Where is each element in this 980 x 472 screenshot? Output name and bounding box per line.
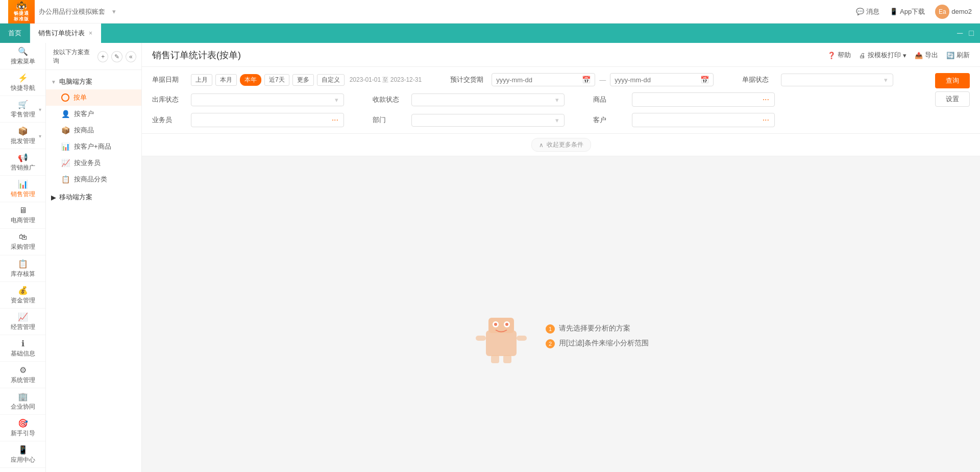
sidebar-item-ecommerce[interactable]: 🖥 电商管理 (0, 202, 45, 229)
sidebar-item-enterprise[interactable]: 🏢 企业协同 (0, 388, 45, 415)
sidebar-item-quick-nav[interactable]: ⚡ 快捷导航 (0, 69, 45, 96)
goods-dots[interactable]: ··· (763, 95, 769, 104)
delivery-date-from-input[interactable] (496, 76, 582, 84)
sidebar-item-system[interactable]: ⚙ 系统管理 (0, 362, 45, 388)
export-btn[interactable]: 📤 导出 (915, 51, 938, 60)
sidebar-item-search[interactable]: 🔍 搜索菜单 (0, 43, 45, 69)
collapse-conditions-btn[interactable]: ∧ 收起更多条件 (531, 138, 591, 152)
this-year-btn[interactable]: 本年 (240, 74, 261, 86)
scheme-item-by-product[interactable]: 📦 按商品 (46, 122, 141, 138)
scheme-item-by-customer[interactable]: 👤 按客户 (46, 106, 141, 122)
tab-minimize-btn[interactable]: ─ (957, 29, 963, 38)
tab-controls: ─ □ (957, 29, 980, 38)
tab-home[interactable]: 首页 (0, 23, 30, 43)
sidebar-item-finance[interactable]: 💰 资金管理 (0, 282, 45, 309)
sidebar-item-wholesale[interactable]: 📦 批发管理 (0, 123, 45, 149)
sidebar-item-enterprise-wechat[interactable]: 💬 企业微信 (0, 468, 45, 472)
department-label: 部门 (373, 115, 403, 125)
computer-group-header[interactable]: ▼ 电脑端方案 (46, 74, 141, 89)
custom-date-btn[interactable]: 自定义 (317, 74, 345, 86)
sidebar-item-inventory[interactable]: 📋 库存核算 (0, 255, 45, 282)
user-menu[interactable]: Ea demo2 (935, 5, 972, 19)
svg-rect-8 (491, 355, 499, 363)
more-date-btn[interactable]: 更多 (292, 74, 314, 86)
message-btn[interactable]: 💬 消息 (856, 7, 879, 16)
sidebar-item-newbie[interactable]: 🎯 新手引导 (0, 415, 45, 441)
sidebar-item-purchase[interactable]: 🛍 采购管理 (0, 229, 45, 255)
tab-maximize-btn[interactable]: □ (969, 29, 974, 38)
expected-delivery-inputs: 📅 — 📅 (492, 73, 714, 86)
print-icon: 🖨 (859, 52, 866, 59)
mobile-group-arrow: ▶ (51, 194, 56, 201)
customer-dots[interactable]: ··· (763, 115, 769, 125)
this-month-btn[interactable]: 本月 (215, 74, 237, 86)
computer-group-arrow: ▼ (51, 79, 56, 85)
quick-nav-icon: ⚡ (18, 73, 28, 83)
customer-label: 客户 (593, 115, 624, 125)
scheme-item-by-customer-product[interactable]: 📊 按客户+商品 (46, 138, 141, 155)
last-month-btn[interactable]: 上月 (191, 74, 212, 86)
shipping-status-select[interactable]: ▾ (191, 93, 344, 106)
delivery-date-to[interactable]: 📅 (610, 73, 714, 86)
operations-icon: 📈 (18, 312, 28, 322)
sidebar-item-operations[interactable]: 📈 经营管理 (0, 309, 45, 335)
panel-toolbar: 按以下方案查询 + ✎ « (46, 48, 141, 70)
print-btn[interactable]: 🖨 按模板打印 ▾ (859, 51, 906, 60)
svg-point-4 (494, 323, 497, 326)
topbar: 🐯 畅捷通 标准版 办公用品行业模拟账套 ▾ 💬 消息 📱 App下载 Ea d… (0, 0, 980, 23)
sidebar-item-marketing[interactable]: 📢 营销推广 (0, 149, 45, 176)
salesperson-select[interactable]: ··· (191, 113, 344, 127)
print-arrow-icon: ▾ (903, 52, 906, 59)
query-btn[interactable]: 查询 (935, 73, 970, 88)
scheme-edit-btn[interactable]: ✎ (111, 51, 122, 62)
topbar-title-arrow[interactable]: ▾ (112, 8, 116, 15)
scheme-item-by-category[interactable]: 📋 按商品分类 (46, 171, 141, 187)
delivery-date-from[interactable]: 📅 (492, 73, 595, 86)
empty-illustration (473, 310, 529, 368)
basics-icon: ℹ (21, 339, 24, 348)
order-status-label: 单据状态 (742, 75, 773, 84)
goods-select[interactable]: ··· (632, 92, 775, 107)
page-header-top: 销售订单统计表(按单) ❓ 帮助 🖨 按模板打印 ▾ 📤 导出 (152, 49, 970, 61)
scheme-item-by-salesperson[interactable]: 📈 按业务员 (46, 155, 141, 171)
tab-close-btn[interactable]: × (89, 30, 92, 37)
customer-select[interactable]: ··· (632, 113, 775, 127)
tab-sales-order[interactable]: 销售订单统计表 × (30, 23, 101, 43)
sidebar-item-app-center[interactable]: 📱 应用中心 (0, 441, 45, 468)
panel-collapse-btn[interactable]: « (126, 51, 136, 62)
by-customer-product-icon: 📊 (61, 143, 70, 151)
date-dash: — (599, 76, 606, 84)
inventory-icon: 📋 (18, 259, 28, 269)
collapse-bar: ∧ 收起更多条件 (142, 134, 980, 156)
calendar-from-icon[interactable]: 📅 (582, 76, 591, 84)
salesperson-dots[interactable]: ··· (332, 115, 338, 125)
avatar: Ea (935, 5, 949, 19)
payment-status-select[interactable]: ▾ (411, 93, 565, 106)
sidebar-item-retail[interactable]: 🛒 零售管理 (0, 96, 45, 123)
sidebar-item-basics[interactable]: ℹ 基础信息 (0, 335, 45, 362)
sidebar-item-sales[interactable]: 📊 销售管理 (0, 176, 45, 202)
scheme-item-by-order[interactable]: 按单 (46, 89, 141, 106)
help-icon: ❓ (827, 52, 836, 59)
filter-main-row: 单据日期 上月 本月 本年 近7天 更多 自定义 2023-01-01 至 20… (152, 73, 970, 127)
settings-btn[interactable]: 设置 (935, 91, 970, 107)
calendar-to-icon[interactable]: 📅 (700, 76, 709, 84)
app-download-btn[interactable]: 📱 App下载 (890, 7, 925, 16)
department-select[interactable]: ▾ (411, 114, 565, 127)
search-icon: 🔍 (18, 46, 28, 56)
empty-state: 1 请先选择要分析的方案 2 用[过滤]条件来缩小分析范围 (142, 156, 980, 472)
empty-num-1: 1 (546, 324, 555, 334)
delivery-date-to-input[interactable] (615, 76, 700, 84)
refresh-btn[interactable]: 🔄 刷新 (946, 51, 970, 60)
collapse-icon: ∧ (539, 141, 544, 149)
last7-btn[interactable]: 近7天 (264, 74, 289, 86)
help-btn[interactable]: ❓ 帮助 (827, 51, 851, 60)
shipping-arrow: ▾ (335, 96, 338, 104)
header-actions: ❓ 帮助 🖨 按模板打印 ▾ 📤 导出 🔄 刷新 (827, 51, 970, 60)
expected-delivery-label: 预计交货期 (450, 75, 483, 84)
mobile-group-header[interactable]: ▶ 移动端方案 (46, 190, 141, 205)
filter-row-2: 出库状态 ▾ 收款状态 ▾ 商品 ··· (152, 92, 927, 107)
scheme-add-btn[interactable]: + (97, 51, 108, 62)
order-status-select[interactable]: ▾ (781, 74, 893, 86)
filter-row-1: 单据日期 上月 本月 本年 近7天 更多 自定义 2023-01-01 至 20… (152, 73, 927, 86)
